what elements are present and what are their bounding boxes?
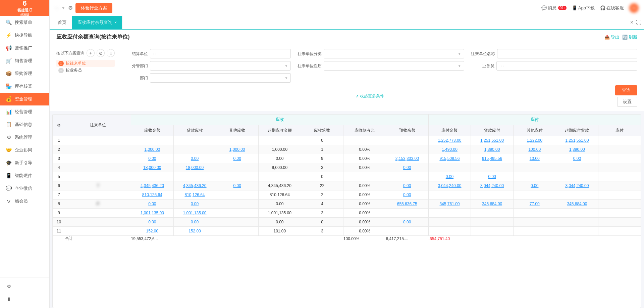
ap-other-cell[interactable] [513, 227, 556, 236]
ap-loan-cell[interactable]: 3,044,240.00 [471, 181, 514, 190]
ap-loan-cell[interactable]: 915,495.56 [471, 154, 514, 163]
sidebar-item-13[interactable]: 💬 企业微信 [0, 182, 49, 195]
tab-close-window[interactable]: × [630, 19, 633, 26]
ar-amount-cell[interactable]: 0.00 [131, 200, 174, 209]
ap-other-cell[interactable]: 77.00 [513, 200, 556, 209]
ap-loan-cell[interactable]: 1,251,551.00 [471, 136, 514, 145]
sidebar-item-8[interactable]: 📋 基础信息 [0, 118, 49, 131]
refresh-btn[interactable]: 🔄 刷新 [622, 34, 637, 40]
ar-loan-cell[interactable]: 0.00 [173, 154, 216, 163]
ar-loan-cell[interactable]: 0.00 [173, 200, 216, 209]
ap-overdue-cell[interactable] [556, 209, 598, 218]
settlement-input[interactable]: ··· [150, 49, 291, 58]
ap-amount-cell[interactable] [428, 190, 471, 200]
ar-other-cell[interactable]: 0.00 [216, 181, 259, 190]
ap-amount-cell[interactable]: 0.00 [428, 172, 471, 181]
ap-loan-cell[interactable]: 1,390.00 [471, 145, 514, 154]
col-settings[interactable]: ⚙ [53, 115, 65, 136]
ap-loan-cell[interactable]: 0.00 [471, 172, 514, 181]
dept-input[interactable]: ▼ [150, 73, 291, 83]
ar-loan-cell[interactable] [173, 172, 216, 181]
ap-amount-cell[interactable]: 1,252,773.00 [428, 136, 471, 145]
user-avatar[interactable]: Rit [629, 3, 639, 13]
ar-other-cell[interactable] [216, 190, 259, 200]
ar-other-cell[interactable]: 1,000.00 [216, 145, 259, 154]
ar-other-cell[interactable] [216, 200, 259, 209]
ap-amount-cell[interactable]: 3,044,240.00 [428, 181, 471, 190]
ar-loan-cell[interactable]: 0.00 [173, 218, 216, 227]
ap-other-cell[interactable]: 100.00 [513, 145, 556, 154]
ar-amount-cell[interactable] [131, 136, 174, 145]
ar-amount-cell[interactable]: 0.00 [131, 154, 174, 163]
salesman-input[interactable]: ··· [496, 61, 637, 71]
ar-other-cell[interactable] [216, 218, 259, 227]
ar-amount-cell[interactable]: 1,000.00 [131, 145, 174, 154]
tab-current[interactable]: 应收应付余额查询 × [72, 16, 122, 29]
ar-loan-cell[interactable] [173, 136, 216, 145]
ar-prepay-cell[interactable] [386, 227, 428, 236]
partner-nature-input[interactable]: ▼ [324, 61, 464, 71]
sidebar-item-1[interactable]: ⚡ 快捷导航 [0, 29, 49, 42]
ap-overdue-cell[interactable] [556, 163, 598, 172]
ap-other-cell[interactable]: 1,222.00 [513, 136, 556, 145]
ap-other-cell[interactable]: 0.00 [513, 181, 556, 190]
ar-prepay-cell[interactable]: 0.00 [386, 181, 428, 190]
ap-loan-cell[interactable] [471, 190, 514, 200]
query-btn[interactable]: 查询 [615, 85, 637, 95]
ap-other-cell[interactable] [513, 190, 556, 200]
setting-btn[interactable]: 设置 [617, 97, 637, 107]
ar-loan-cell[interactable]: 4,345,436.20 [173, 181, 216, 190]
sidebar-item-4[interactable]: 📦 采购管理 [0, 67, 49, 80]
ap-overdue-cell[interactable] [556, 227, 598, 236]
app-download[interactable]: 📱 App下载 [572, 5, 595, 11]
ap-loan-cell[interactable] [471, 227, 514, 236]
sidebar-item-10[interactable]: 🤝 企业协同 [0, 144, 49, 157]
ar-other-cell[interactable] [216, 209, 259, 218]
ap-other-cell[interactable] [513, 218, 556, 227]
partner-name-input[interactable] [497, 49, 637, 58]
add-scheme-btn[interactable]: + [87, 49, 95, 57]
ap-loan-cell[interactable]: 345,684.00 [471, 200, 514, 209]
ar-amount-cell[interactable]: 0.00 [131, 218, 174, 227]
ar-prepay-cell[interactable]: 2,153,333.00 [386, 154, 428, 163]
ap-amount-cell[interactable] [428, 163, 471, 172]
collapse-btn[interactable]: ∧ 收起更多条件 [356, 93, 384, 99]
ap-amount-cell[interactable]: 915,508.56 [428, 154, 471, 163]
sidebar-item-6[interactable]: 💰 资金管理 [0, 93, 49, 105]
export-btn[interactable]: 📤 导出 [604, 34, 620, 40]
scheme-salesman[interactable]: ○ 按业务员 [56, 67, 115, 74]
ap-overdue-cell[interactable]: 1,390.00 [556, 145, 598, 154]
ar-amount-cell[interactable]: 1,001,135.00 [131, 209, 174, 218]
sidebar-item-7[interactable]: 📊 经营管理 [0, 105, 49, 118]
ar-amount-cell[interactable]: 810,126.64 [131, 190, 174, 200]
ap-overdue-cell[interactable] [556, 172, 598, 181]
ap-overdue-cell[interactable]: 3,044,240.00 [556, 181, 598, 190]
ap-overdue-cell[interactable] [556, 218, 598, 227]
ap-loan-cell[interactable] [471, 209, 514, 218]
ar-amount-cell[interactable]: 18,000.00 [131, 163, 174, 172]
ar-prepay-cell[interactable]: 0.00 [386, 218, 428, 227]
sidebar-item-14[interactable]: V 畅会员 [0, 195, 49, 208]
collapse-scheme-btn[interactable]: « [107, 49, 115, 57]
ar-other-cell[interactable] [216, 172, 259, 181]
ap-other-cell[interactable] [513, 209, 556, 218]
ar-amount-cell[interactable]: 152.00 [131, 227, 174, 236]
ap-overdue-cell[interactable]: 0.00 [556, 154, 598, 163]
ap-amount-cell[interactable]: 345,761.00 [428, 200, 471, 209]
tab-home[interactable]: 首页 [52, 16, 72, 29]
ar-amount-cell[interactable] [131, 172, 174, 181]
online-service[interactable]: 🎧 在线客服 [600, 5, 624, 11]
scheme-partner[interactable]: ⊙ 按往来单位 [56, 60, 115, 67]
ap-amount-cell[interactable] [428, 218, 471, 227]
ar-other-cell[interactable] [216, 163, 259, 172]
ar-loan-cell[interactable]: 18,000.00 [173, 163, 216, 172]
sidebar-item-5[interactable]: 🏪 库存核算 [0, 80, 49, 93]
partner-category-input[interactable]: ▼ [324, 49, 464, 58]
ar-loan-cell[interactable]: 152.00 [173, 227, 216, 236]
tab-close-icon[interactable]: × [114, 20, 117, 25]
ar-prepay-cell[interactable] [386, 136, 428, 145]
ap-loan-cell[interactable] [471, 218, 514, 227]
ar-other-cell[interactable] [216, 136, 259, 145]
ar-loan-cell[interactable]: 1,001,135.00 [173, 209, 216, 218]
ap-amount-cell[interactable] [428, 209, 471, 218]
